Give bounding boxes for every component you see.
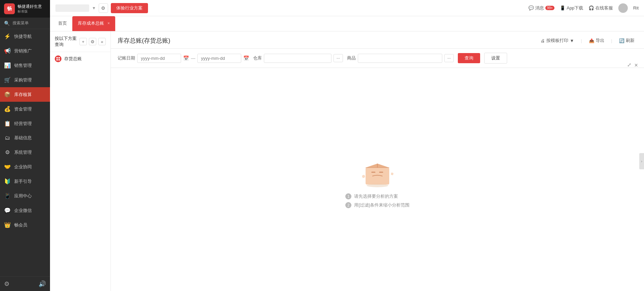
quick-nav-icon: ⚡ (4, 33, 11, 40)
filter-collapse-button[interactable]: « (98, 38, 106, 45)
topbar-settings-button[interactable]: ⚙ (99, 3, 108, 13)
sidebar-item-guide[interactable]: 🔰 新手引导 (0, 174, 50, 189)
tab-inventory-ledger[interactable]: 库存成本总账 × (72, 16, 115, 31)
sidebar-item-purchase[interactable]: 🛒 采购管理 (0, 73, 50, 87)
app-title: 畅捷通好生意 标准版 (18, 4, 42, 14)
sidebar-item-member[interactable]: 👑 畅会员 (0, 218, 50, 232)
product-field: 商品 ··· (347, 54, 454, 63)
filter-add-button[interactable]: + (79, 38, 87, 45)
query-button[interactable]: 查询 (458, 53, 480, 63)
panel-expand-icon[interactable]: ⤢ (627, 62, 631, 69)
refresh-icon: 🔄 (619, 38, 624, 43)
topbar-nav: ▼ ⚙ 体验行业方案 (55, 3, 526, 13)
filter-settings-button[interactable]: ⚙ (89, 38, 96, 45)
svg-rect-12 (391, 172, 394, 175)
svg-rect-1 (58, 57, 60, 58)
svg-rect-8 (371, 172, 375, 173)
calendar-start-icon[interactable]: 📅 (183, 55, 189, 61)
support-icon: 🎧 (589, 5, 594, 10)
sidebar-item-quick-nav[interactable]: ⚡ 快捷导航 (0, 29, 50, 44)
sidebar-item-inventory[interactable]: 📦 库存核算 (0, 87, 50, 102)
page-title: 库存总账(存货总账) (118, 37, 170, 45)
online-support-button[interactable]: 🎧 在线客服 (589, 5, 613, 11)
sidebar-settings-btn[interactable]: ⚙ (4, 280, 9, 288)
topbar-chevron-icon[interactable]: ▼ (92, 6, 96, 10)
print-chevron-icon: ▼ (570, 38, 574, 43)
app-download-button[interactable]: 📱 App下载 (560, 5, 583, 11)
sidebar-footer: ⚙ 🔊 (0, 276, 50, 291)
purchase-icon: 🛒 (4, 77, 11, 83)
search-icon: 🔍 (4, 21, 10, 26)
username-label: Rit (633, 5, 639, 10)
tip-1-number: 1 (345, 193, 351, 199)
inventory-icon: 📦 (4, 91, 11, 98)
svg-rect-9 (379, 172, 383, 173)
export-button[interactable]: 📤 导出 (586, 36, 607, 45)
gear-icon: ⚙ (101, 5, 105, 11)
guide-icon: 🔰 (4, 178, 11, 185)
sidebar-item-enterprise[interactable]: 🤝 企业协同 (0, 160, 50, 174)
wechat-icon: 💬 (4, 207, 11, 214)
tip-2-number: 2 (345, 202, 351, 208)
print-button[interactable]: 🖨 按模板打印 ▼ (538, 36, 577, 45)
sidebar-item-wechat[interactable]: 💬 企业微信 (0, 203, 50, 218)
member-icon: 👑 (4, 222, 11, 228)
date-end-input[interactable] (197, 54, 241, 63)
download-icon: 📱 (560, 5, 565, 10)
basic-info-icon: 🗂 (4, 135, 11, 141)
sidebar-item-sales[interactable]: 📊 销售管理 (0, 58, 50, 73)
sidebar-speaker-btn[interactable]: 🔊 (39, 280, 46, 288)
empty-illustration (357, 151, 398, 188)
finance-icon: 💰 (4, 106, 11, 112)
tabbar: 首页 库存成本总账 × (50, 16, 644, 31)
tab-home[interactable]: 首页 (53, 16, 72, 31)
sidebar-item-finance[interactable]: 💰 资金管理 (0, 102, 50, 116)
export-icon: 📤 (589, 38, 594, 43)
filter-item-inventory-icon (55, 55, 61, 62)
empty-tip-2: 2 用[过滤]条件来缩小分析范围 (345, 202, 409, 208)
system-icon: ⚙ (4, 149, 11, 155)
sidebar-item-marketing[interactable]: 📢 营销推广 (0, 44, 50, 58)
sidebar-item-basic-info[interactable]: 🗂 基础信息 (0, 131, 50, 145)
sidebar-item-system[interactable]: ⚙ 系统管理 (0, 145, 50, 160)
calendar-end-icon[interactable]: 📅 (243, 55, 249, 61)
product-more-button[interactable]: ··· (444, 54, 454, 62)
date-field: 记账日期 📅 — 📅 (118, 54, 249, 63)
app-center-icon: 📱 (4, 193, 11, 199)
sidebar-logo: 畅 畅捷通好生意 标准版 (0, 0, 50, 18)
empty-tip-1: 1 请先选择要分析的方案 (345, 193, 409, 199)
tab-close-icon[interactable]: × (107, 21, 110, 26)
content-area: 按以下方案查询 + ⚙ « (50, 31, 644, 291)
search-bar: 记账日期 📅 — 📅 仓库 ··· 商品 ··· 查询 (111, 49, 644, 68)
svg-rect-2 (56, 59, 58, 60)
refresh-button[interactable]: 🔄 刷新 (616, 36, 637, 45)
svg-rect-3 (58, 59, 60, 60)
product-input[interactable] (358, 54, 442, 63)
settings-button[interactable]: 设置 (484, 53, 507, 64)
filter-item-inventory-ledger[interactable]: 存货总账 (50, 52, 110, 66)
right-panel-collapse-button[interactable]: › (639, 153, 644, 169)
settings-icon: ⚙ (91, 39, 95, 44)
warehouse-input[interactable] (264, 54, 331, 63)
data-area: 1 请先选择要分析的方案 2 用[过滤]条件来缩小分析范围 (111, 68, 644, 291)
app-logo-icon: 畅 (4, 3, 15, 14)
topbar-breadcrumb (55, 4, 89, 12)
page-header-actions: 🖨 按模板打印 ▼ | 📤 导出 | 🔄 刷新 (538, 36, 637, 45)
panel-close-icon[interactable]: × (634, 62, 638, 69)
warehouse-more-button[interactable]: ··· (333, 54, 343, 62)
sidebar-search[interactable]: 🔍 搜索菜单 (0, 18, 50, 29)
industry-solution-button[interactable]: 体验行业方案 (111, 3, 148, 13)
topbar-right: 💬 消息 99+ 📱 App下载 🎧 在线客服 Rit (528, 3, 639, 13)
svg-rect-0 (56, 57, 58, 58)
sidebar-item-operations[interactable]: 📋 经营管理 (0, 116, 50, 131)
message-button[interactable]: 💬 消息 99+ (528, 5, 554, 11)
marketing-icon: 📢 (4, 48, 11, 54)
svg-rect-11 (362, 175, 365, 178)
print-icon: 🖨 (541, 38, 545, 43)
warehouse-field: 仓库 ··· (253, 54, 343, 63)
enterprise-icon: 🤝 (4, 164, 11, 170)
operations-icon: 📋 (4, 120, 11, 127)
date-start-input[interactable] (137, 54, 181, 63)
main-area: ▼ ⚙ 体验行业方案 💬 消息 99+ 📱 App下载 🎧 在线客服 Rit (50, 0, 644, 291)
sidebar-item-app-center[interactable]: 📱 应用中心 (0, 189, 50, 203)
